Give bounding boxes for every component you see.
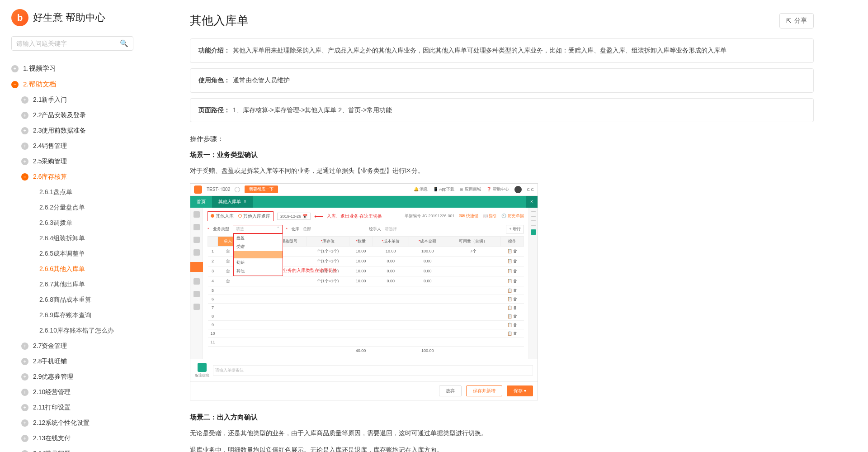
nav-purchase-mgmt[interactable]: +2.5采购管理 [11, 154, 133, 169]
th-avail: 可用量（台辆） [446, 236, 500, 246]
dropdown-option: 盘盈 [234, 234, 283, 243]
shot-link-history: 🕘 历史单据 [501, 213, 524, 219]
shot-doc-no: 单据编号 JC-20191226-001 [405, 213, 455, 219]
shot-save-button: 保存 ▾ [507, 385, 533, 396]
shot-discard-button: 放弃 [439, 385, 462, 396]
dropdown-option: 受赠 [234, 243, 283, 251]
th-amount: *成本金额 [409, 236, 446, 246]
steps-title: 操作步骤： [190, 135, 814, 143]
nav-faq[interactable]: +2.14常见问题 [11, 446, 133, 452]
nav-partial-stocktake[interactable]: 2.6.2分量盘点单 [11, 200, 133, 215]
required-icon: * [208, 227, 209, 231]
shot-link-guide: 📖 指引 [483, 213, 497, 219]
share-icon: ⇱ [786, 17, 792, 24]
shot-wh-label: 仓库 [291, 226, 299, 232]
th-unit: *库存位 [307, 236, 349, 246]
nav-coupons[interactable]: +2.9优惠券管理 [11, 369, 133, 385]
shot-tool-icon-active [531, 229, 536, 235]
shot-help-icon [235, 187, 240, 192]
table-row: 4台个(1个=1个)10.000.000.00📋 🗑 [208, 276, 524, 286]
scene1-text: 对于受赠、盘盈或是拆装入库等不同的业务，是通过单据头【业务类型】进行区分。 [190, 165, 814, 177]
logo-icon: b [11, 9, 28, 26]
shot-tabs: 首页 其他入库单× × [190, 196, 538, 208]
intro-text: 其他入库单用来处理除采购入库、产成品入库之外的其他入库业务，因此其他入库单可处理… [233, 47, 726, 54]
nav-mobile-shop[interactable]: +2.8手机旺铺 [11, 354, 133, 369]
nav-inventory[interactable]: −2.6库存核算 [11, 169, 133, 185]
th-qty: *数量 [349, 236, 372, 246]
nav-finance[interactable]: +2.7资金管理 [11, 338, 133, 354]
scene1-title: 场景一：业务类型确认 [190, 151, 814, 159]
shot-right-rail [528, 208, 538, 359]
shot-main-area: 其他入库 其他入库退库 2019-12-26 📅 ⟵ 入库、退出业务 在这里切换… [203, 208, 528, 359]
logo-text: 好生意 帮助中心 [33, 11, 105, 24]
shot-oper-value: 请选择 [385, 226, 397, 232]
shot-tabs-close-icon: × [526, 196, 538, 208]
sidebar: b 好生意 帮助中心 🔍 +1.视频学习 −2.帮助文档 +2.1新手入门 +2… [0, 0, 145, 452]
nav-transfer[interactable]: 2.6.3调拨单 [11, 215, 133, 231]
shot-wh-value: 总部 [303, 226, 311, 232]
shot-rail-icon [193, 304, 200, 310]
shot-dropdown-list: 盘盈 受赠 初始 其他 [233, 233, 283, 276]
th-price: *成本单价 [373, 236, 409, 246]
shot-rail-icon [193, 224, 200, 230]
nav-video-learning[interactable]: +1.视频学习 [11, 61, 133, 76]
radio-icon [238, 214, 242, 218]
shot-top-right: 🔔 消息 📱 App下载 ⊞ 应用商城 ❓ 帮助中心 C C [414, 186, 534, 193]
scene2-text2: 退库业务中，明细数量均以负值红色展示。无论是入库还是退库，库存账均记在入库方向。 [190, 444, 814, 452]
close-icon: × [244, 199, 246, 204]
nav-print[interactable]: +2.11打印设置 [11, 400, 133, 415]
embedded-screenshot: TEST-H002 我要彻底一下 🔔 消息 📱 App下载 ⊞ 应用商城 ❓ 帮… [190, 183, 538, 400]
shot-org-name: TEST-H002 [207, 187, 230, 192]
nav-stocktake[interactable]: 2.6.1盘点单 [11, 185, 133, 200]
intro-label: 功能介绍： [198, 47, 230, 54]
scene2-text1: 无论是受赠，还是其他类型的业务，由于入库商品质量等原因，需要退回，这时可通过单据… [190, 427, 814, 439]
search-icon[interactable]: 🔍 [120, 39, 128, 48]
nav-other-in[interactable]: 2.6.6其他入库单 [11, 262, 133, 277]
nav-data-prep[interactable]: +2.3使用前数据准备 [11, 123, 133, 138]
shot-rail-icon [193, 211, 200, 218]
page-title: 其他入库单 [190, 13, 249, 29]
role-text: 通常由仓管人员维护 [233, 76, 290, 84]
nav-personalize[interactable]: +2.12系统个性化设置 [11, 415, 133, 431]
nav-ledger-query[interactable]: 2.6.9库存账本查询 [11, 308, 133, 323]
required-icon: * [286, 227, 288, 231]
share-button[interactable]: ⇱ 分享 [779, 13, 814, 29]
shot-username: C C [527, 187, 534, 192]
intro-card: 功能介绍：其他入库单用来处理除采购入库、产成品入库之外的其他入库业务，因此其他入… [190, 38, 814, 63]
scene2-title: 场景二：出入方向确认 [190, 413, 814, 422]
shot-annotation-1: 入库、退出业务 在这里切换 [327, 213, 382, 219]
path-text: 1、库存核算->库存管理->其他入库单 2、首页->常用功能 [233, 106, 392, 114]
nav-assembly[interactable]: 2.6.4组装拆卸单 [11, 231, 133, 246]
shot-link-msg: 🔔 消息 [414, 186, 428, 192]
nav-other-out[interactable]: 2.6.7其他出库单 [11, 277, 133, 292]
table-row: 9📋 🗑 [208, 320, 524, 329]
shot-doc-type-radio: 其他入库 其他入库退库 [208, 211, 274, 221]
search-box[interactable]: 🔍 [11, 36, 133, 51]
shot-footer: 放弃 保存并新增 保存 ▾ [190, 381, 538, 400]
nav-business-mgmt[interactable]: +2.10经营管理 [11, 385, 133, 400]
shot-rail-icon [193, 291, 200, 297]
search-input[interactable] [16, 40, 120, 47]
chevron-down-icon: ˄ [277, 226, 279, 232]
nav-cost-recalc[interactable]: 2.6.8商品成本重算 [11, 292, 133, 308]
shot-addrow-button: + 增行 [506, 225, 524, 233]
role-card: 使用角色：通常由仓管人员维护 [190, 68, 814, 93]
th-ops: 操作 [500, 236, 524, 246]
nav-online-pay[interactable]: +2.13在线支付 [11, 431, 133, 446]
shot-tool-icon [531, 211, 536, 217]
nav-help-docs[interactable]: −2.帮助文档 [11, 76, 133, 92]
shot-tab-doc: 其他入库单× [212, 196, 253, 208]
nav-getting-started[interactable]: +2.1新手入门 [11, 92, 133, 108]
table-totals: 40.00100.00 [208, 346, 524, 355]
shot-promo-button: 我要彻底一下 [245, 186, 278, 193]
nav-cost-adjust[interactable]: 2.6.5成本调整单 [11, 246, 133, 262]
path-label: 页面路径： [198, 106, 230, 114]
nav-install-login[interactable]: +2.2产品安装及登录 [11, 108, 133, 123]
nav-ledger-fix[interactable]: 2.6.10库存账本错了怎么办 [11, 323, 133, 338]
dropdown-option: 其他 [234, 267, 283, 276]
shot-rail-icon [193, 278, 200, 285]
arrow-icon: ⟵ [314, 213, 323, 220]
note-icon [198, 363, 207, 372]
shot-date-field: 2019-12-26 📅 [277, 213, 311, 220]
nav-sales-mgmt[interactable]: +2.4销售管理 [11, 138, 133, 154]
